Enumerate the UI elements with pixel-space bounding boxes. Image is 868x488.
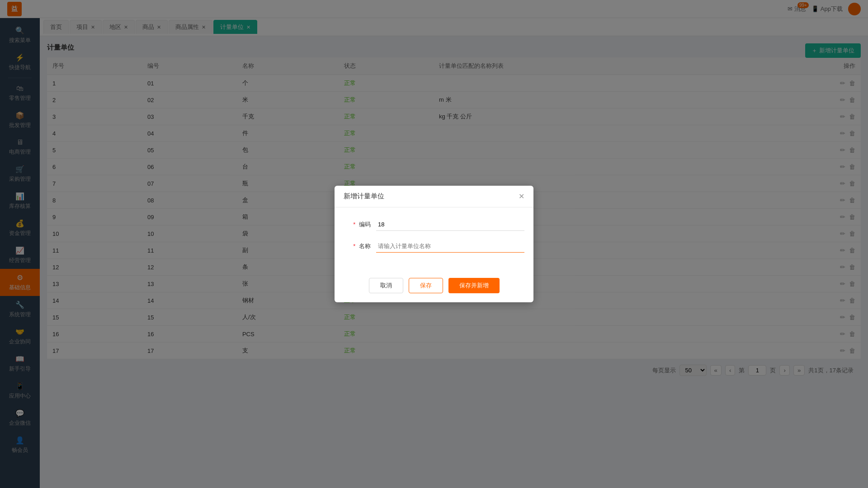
name-input[interactable] <box>376 240 524 253</box>
modal: 新增计量单位 ✕ * 编码 * 名称 取消 保存 保存并新增 <box>335 186 533 302</box>
name-field-row: * 名称 <box>344 240 524 253</box>
modal-close-button[interactable]: ✕ <box>519 192 524 201</box>
save-button[interactable]: 保存 <box>409 278 443 293</box>
name-label: * 名称 <box>344 242 371 250</box>
modal-title: 新增计量单位 <box>344 192 384 201</box>
code-input[interactable] <box>376 218 524 231</box>
modal-overlay[interactable]: 新增计量单位 ✕ * 编码 * 名称 取消 保存 保存并新增 <box>0 0 868 488</box>
modal-footer: 取消 保存 保存并新增 <box>335 272 533 302</box>
code-label-text: 编码 <box>359 221 371 228</box>
required-mark: * <box>353 221 355 228</box>
save-new-button[interactable]: 保存并新增 <box>448 278 500 293</box>
code-label: * 编码 <box>344 221 371 229</box>
modal-body: * 编码 * 名称 <box>335 207 533 272</box>
cancel-button[interactable]: 取消 <box>369 278 403 293</box>
code-field-row: * 编码 <box>344 218 524 231</box>
modal-header: 新增计量单位 ✕ <box>335 186 533 207</box>
name-label-text: 名称 <box>359 243 371 249</box>
required-mark-name: * <box>353 243 355 249</box>
